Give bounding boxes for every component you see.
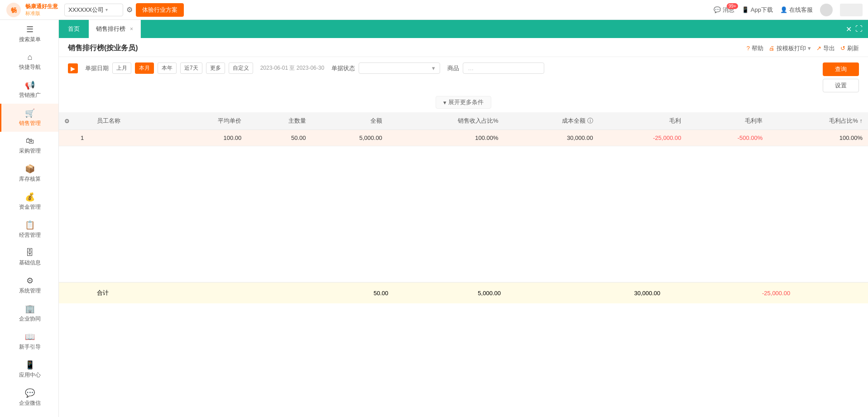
refresh-btn[interactable]: ↺ 刷新 — [840, 44, 859, 53]
settings-icon[interactable]: ⚙ — [123, 4, 136, 16]
template-print-btn[interactable]: 🖨 按模板打印 ▾ — [769, 44, 811, 53]
date-custom-btn[interactable]: 自定义 — [229, 62, 253, 74]
sidebar-item-sales[interactable]: 🛒 销售管理 — [0, 104, 58, 132]
basics-icon: 🗄 — [26, 248, 34, 258]
tab-sales-rank-label: 销售排行榜 — [96, 25, 125, 33]
table-header: ⚙ 员工名称 平均单价 主数量 全额 销售收入占比% 成本全额 ⓘ 毛利 毛利率… — [59, 112, 868, 130]
message-btn[interactable]: 💬 消息 99+ — [714, 6, 734, 14]
refresh-label: 刷新 — [847, 44, 859, 53]
table-footer: 合计 50.00 5,000.00 30,000.00 -25,000.00 — [59, 282, 868, 303]
tab-maximize-icon[interactable]: ⛶ — [855, 25, 863, 33]
logo-area: 畅 畅康通好生意 标准版 — [5, 2, 64, 18]
expand-more-row: ▾ 展开更多条件 — [68, 92, 859, 112]
date-more-btn[interactable]: 更多 — [206, 62, 225, 74]
expand-more-btn[interactable]: ▾ 展开更多条件 — [436, 96, 491, 109]
status-select[interactable]: ▾ — [359, 62, 440, 74]
sidebar-item-inventory[interactable]: 📦 库存核算 — [0, 159, 58, 187]
footer-cost: 30,000.00 — [542, 286, 666, 300]
row-sales-pct: 100.00% — [388, 130, 504, 146]
system-icon: ⚙ — [26, 276, 34, 286]
sidebar-label-search-order: 搜索菜单 — [19, 36, 41, 43]
sidebar-item-system[interactable]: ⚙ 系统管理 — [0, 271, 58, 299]
status-label: 单据状态 — [331, 64, 355, 72]
date-last-month-btn[interactable]: 上月 — [112, 62, 131, 74]
tab-close-all-icon[interactable]: ✕ — [846, 25, 852, 34]
footer-table: 合计 50.00 5,000.00 30,000.00 -25,000.00 — [59, 286, 868, 300]
company-selector[interactable]: XXXXXX公司 ▾ — [64, 4, 123, 16]
date-range-display: 2023-06-01 至 2023-06-30 — [260, 64, 324, 72]
help-icon: ? — [747, 45, 750, 52]
sidebar-item-apps[interactable]: 📱 应用中心 — [0, 355, 58, 383]
sidebar-label-wechat: 企业微信 — [19, 399, 41, 407]
online-service-btn[interactable]: 👤 在线客服 — [780, 6, 813, 14]
sidebar-item-marketing[interactable]: 📢 营销推广 — [0, 76, 58, 104]
search-order-icon: ☰ — [26, 24, 34, 34]
filter-expand-arrow[interactable]: ▶ — [68, 63, 78, 73]
date-7days-btn[interactable]: 近7天 — [180, 62, 202, 74]
col-header-cost: 成本全额 ⓘ — [504, 112, 599, 130]
row-qty: 50.00 — [247, 130, 311, 146]
date-this-year-btn[interactable]: 本年 — [158, 62, 177, 74]
footer-label: 合计 — [91, 286, 272, 300]
sidebar-label-finance: 资金管理 — [19, 203, 41, 211]
tab-close-icon[interactable]: × — [130, 26, 133, 32]
sidebar-label-apps: 应用中心 — [19, 371, 41, 379]
tab-home[interactable]: 首页 — [59, 20, 89, 38]
col-header-qty: 主数量 — [247, 112, 311, 130]
footer-qty: 50.00 — [308, 286, 393, 300]
table-area: ⚙ 员工名称 平均单价 主数量 全额 销售收入占比% 成本全额 ⓘ 毛利 毛利率… — [59, 112, 868, 146]
page-header: 销售排行榜(按业务员) ? 帮助 🖨 按模板打印 ▾ ↗ 导出 — [59, 38, 868, 57]
table-header-row: ⚙ 员工名称 平均单价 主数量 全额 销售收入占比% 成本全额 ⓘ 毛利 毛利率… — [59, 112, 868, 130]
sidebar-item-finance[interactable]: 💰 资金管理 — [0, 187, 58, 216]
data-table: ⚙ 员工名称 平均单价 主数量 全额 销售收入占比% 成本全额 ⓘ 毛利 毛利率… — [59, 112, 868, 146]
date-filter-group: 单据日期 上月 本月 本年 近7天 更多 自定义 — [85, 62, 253, 74]
user-name-display[interactable] — [840, 4, 863, 16]
sidebar: ☰ 搜索菜单 ⌂ 快捷导航 📢 营销推广 🛒 销售管理 🛍 采购管理 📦 库存核… — [0, 20, 59, 417]
company-name: XXXXXX公司 — [68, 6, 104, 14]
sidebar-item-search-order[interactable]: ☰ 搜索菜单 — [0, 20, 58, 48]
sidebar-label-inventory: 库存核算 — [19, 175, 41, 183]
footer-amount: 5,000.00 — [394, 286, 506, 300]
filter-fields: 单据日期 上月 本月 本年 近7天 更多 自定义 2023-06-01 至 20… — [85, 62, 815, 74]
print-icon: 🖨 — [769, 45, 775, 52]
user-avatar[interactable] — [820, 4, 833, 16]
sidebar-item-basics[interactable]: 🗄 基础信息 — [0, 244, 58, 271]
export-btn[interactable]: ↗ 导出 — [816, 44, 835, 53]
app-download-label: App下载 — [751, 6, 773, 14]
col-header-name: 员工名称 — [91, 112, 169, 130]
help-btn[interactable]: ? 帮助 — [747, 44, 763, 53]
tab-sales-rank[interactable]: 销售排行榜 × — [89, 20, 141, 38]
svg-text:畅: 畅 — [11, 7, 17, 14]
col-header-sales-pct: 销售收入占比% — [388, 112, 504, 130]
trial-button[interactable]: 体验行业方案 — [136, 3, 184, 17]
footer-row: 合计 50.00 5,000.00 30,000.00 -25,000.00 — [59, 286, 868, 300]
footer-settings-col — [59, 286, 75, 300]
operations-icon: 📋 — [25, 220, 35, 230]
goods-input[interactable]: … — [463, 62, 544, 74]
goods-label: 商品 — [447, 64, 459, 72]
sidebar-item-purchase[interactable]: 🛍 采购管理 — [0, 132, 58, 159]
col-header-settings[interactable]: ⚙ — [59, 112, 75, 130]
sidebar-item-quick-nav[interactable]: ⌂ 快捷导航 — [0, 48, 58, 76]
sidebar-item-wechat[interactable]: 💬 企业微信 — [0, 383, 58, 412]
sidebar-item-operations[interactable]: 📋 经营管理 — [0, 216, 58, 244]
page-title: 销售排行榜(按业务员) — [68, 43, 138, 53]
sidebar-item-member[interactable]: ♛ 畅会员 — [0, 412, 58, 417]
filter-settings-button[interactable]: 设置 — [823, 79, 859, 92]
page-actions: ? 帮助 🖨 按模板打印 ▾ ↗ 导出 ↺ 刷新 — [747, 44, 859, 53]
sidebar-item-guide[interactable]: 📖 新手引导 — [0, 327, 58, 355]
enterprise-icon: 🏢 — [25, 304, 35, 314]
query-button[interactable]: 查询 — [823, 62, 859, 76]
date-this-month-btn[interactable]: 本月 — [135, 62, 154, 74]
row-gross: -25,000.00 — [599, 130, 687, 146]
sidebar-label-operations: 经营管理 — [19, 231, 41, 239]
col-header-rank — [75, 112, 91, 130]
sidebar-item-enterprise[interactable]: 🏢 企业协同 — [0, 299, 58, 327]
chevron-down-icon: ▾ — [106, 7, 108, 12]
footer-gross-pct — [832, 286, 868, 300]
status-chevron-icon: ▾ — [432, 65, 435, 72]
table-body: 1 100.00 50.00 5,000.00 100.00% 30,000.0… — [59, 130, 868, 146]
top-bar-right: 💬 消息 99+ 📱 App下载 👤 在线客服 — [714, 4, 863, 16]
app-download-btn[interactable]: 📱 App下载 — [742, 6, 773, 14]
status-filter-group: 单据状态 ▾ — [331, 62, 440, 74]
